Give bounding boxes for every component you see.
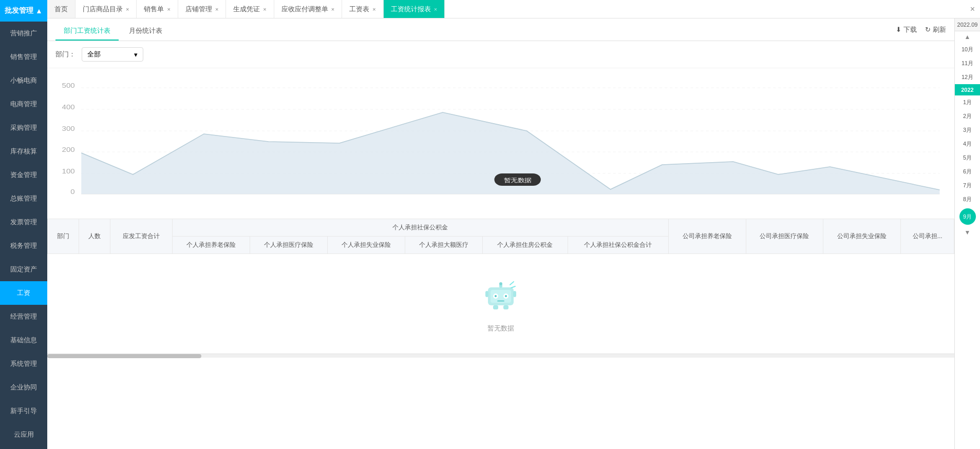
svg-rect-24 (485, 291, 488, 297)
tab-home[interactable]: 首页 (47, 0, 76, 18)
cal-month-12[interactable]: 12月 (955, 70, 980, 84)
tab-close-store-mgmt[interactable]: × (215, 6, 218, 12)
sidebar-item-cooperation[interactable]: 企业协同 (0, 376, 47, 399)
sidebar-item-tax[interactable]: 税务管理 (0, 234, 47, 258)
col-personal-total: 个人承担社保公积金合计 (568, 237, 668, 254)
tab-bar-end: × (970, 5, 980, 14)
no-data-text: 暂无数据 (487, 324, 514, 333)
svg-rect-26 (493, 305, 498, 309)
sidebar-item-marketing[interactable]: 营销推广 (0, 22, 47, 45)
tab-close-payroll-report[interactable]: × (434, 6, 437, 12)
sidebar-arrow: ▲ (35, 7, 43, 15)
svg-text:200: 200 (62, 146, 76, 153)
sub-tab-monthly-stats[interactable]: 月份统计表 (121, 22, 171, 41)
cal-month-3[interactable]: 3月 (955, 123, 980, 137)
cal-month-5[interactable]: 5月 (955, 151, 980, 165)
cal-month-2[interactable]: 2月 (955, 109, 980, 123)
tab-close-store-catalog[interactable]: × (126, 6, 129, 12)
sidebar-item-system[interactable]: 系统管理 (0, 352, 47, 376)
svg-text:100: 100 (62, 168, 76, 174)
svg-text:暂无数据: 暂无数据 (504, 177, 531, 183)
tab-store-mgmt[interactable]: 店铺管理 × (178, 0, 226, 18)
scroll-bar-thumb[interactable] (47, 354, 201, 358)
col-personal-housing: 个人承担住房公积金 (482, 237, 568, 254)
table-container: 部门 人数 应发工资合计 个人承担社保公积金 (47, 219, 954, 449)
tab-payroll-report[interactable]: 工资统计报表 × (384, 0, 445, 18)
col-company-unemploy: 公司承担失业保险 (823, 219, 901, 254)
tab-close-produce-voucher[interactable]: × (263, 6, 266, 12)
cal-month-10[interactable]: 10月 (955, 43, 980, 56)
calendar-header: 2022.09 (955, 18, 980, 31)
tab-receivable[interactable]: 应收应付调整单 × (274, 0, 342, 18)
refresh-action[interactable]: ↻ 刷新 (925, 25, 946, 34)
tab-close-sales-order[interactable]: × (167, 6, 170, 12)
download-action[interactable]: ⬇ 下载 (896, 25, 917, 34)
chevron-down-icon: ▾ (134, 51, 138, 58)
cal-year-2022[interactable]: 2022 (955, 84, 980, 95)
svg-point-20 (505, 295, 507, 297)
salary-chart: 0 100 200 300 400 500 (55, 73, 946, 217)
tab-bar-close-all[interactable]: × (970, 5, 975, 14)
tab-close-receivable[interactable]: × (331, 6, 334, 12)
refresh-icon: ↻ (925, 26, 931, 33)
calendar-months: 10月 11月 12月 2022 1月 2月 3月 4月 5月 6月 7月 8月… (955, 43, 980, 227)
sidebar-item-inventory[interactable]: 库存核算 (0, 140, 47, 163)
sidebar-item-ecommerce-small[interactable]: 小畅电商 (0, 69, 47, 92)
col-personal-large-medical: 个人承担大额医疗 (405, 237, 482, 254)
cal-month-7[interactable]: 7月 (955, 179, 980, 192)
tab-payroll[interactable]: 工资表 × (342, 0, 383, 18)
sidebar-header[interactable]: 批发管理 ▲ (0, 0, 47, 22)
cal-month-1[interactable]: 1月 (955, 95, 980, 109)
sidebar: 批发管理 ▲ 营销推广 销售管理 小畅电商 电商管理 采购管理 库存核算 资金管… (0, 0, 47, 449)
cal-month-9-active[interactable]: 9月 (959, 208, 976, 225)
filter-label: 部门： (55, 50, 76, 59)
tab-store-catalog[interactable]: 门店商品目录 × (76, 0, 137, 18)
cal-month-11[interactable]: 11月 (955, 56, 980, 70)
col-group-personal: 个人承担社保公积金 (173, 219, 668, 237)
svg-text:0: 0 (70, 188, 75, 195)
sidebar-item-invoice[interactable]: 发票管理 (0, 210, 47, 234)
calendar-nav-up[interactable]: ▲ (955, 31, 980, 43)
tab-close-payroll[interactable]: × (372, 6, 375, 12)
dept-filter-select[interactable]: 全部 ▾ (82, 47, 143, 62)
cal-month-6[interactable]: 6月 (955, 165, 980, 179)
sidebar-item-assets[interactable]: 固定资产 (0, 258, 47, 281)
col-personal-medical: 个人承担医疗保险 (250, 237, 328, 254)
sidebar-item-sales[interactable]: 销售管理 (0, 45, 47, 69)
main-area: 首页 门店商品目录 × 销售单 × 店铺管理 × 生成凭证 × 应收应付调整单 … (47, 0, 980, 449)
tab-sales-order[interactable]: 销售单 × (137, 0, 178, 18)
filter-bar: 部门： 全部 ▾ (47, 41, 954, 68)
svg-rect-27 (503, 305, 508, 309)
no-data-container: 暂无数据 (48, 254, 954, 354)
salary-table: 部门 人数 应发工资合计 个人承担社保公积金 (47, 219, 954, 354)
sub-tab-actions: ⬇ 下载 ↻ 刷新 (896, 25, 946, 34)
sidebar-item-ecommerce[interactable]: 电商管理 (0, 92, 47, 116)
sidebar-item-salary[interactable]: 工资 (0, 281, 47, 305)
sidebar-item-base[interactable]: 基础信息 (0, 328, 47, 352)
download-icon: ⬇ (896, 26, 901, 33)
col-total-salary: 应发工资合计 (110, 219, 173, 254)
col-personal-pension: 个人承担养老保险 (173, 237, 250, 254)
col-count: 人数 (79, 219, 110, 254)
svg-text:400: 400 (62, 104, 76, 110)
sidebar-item-cloud[interactable]: 云应用 (0, 423, 47, 446)
sub-tab-dept-stats[interactable]: 部门工资统计表 (55, 22, 119, 41)
tab-produce-voucher[interactable]: 生成凭证 × (226, 0, 274, 18)
col-personal-unemploy: 个人承担失业保险 (328, 237, 405, 254)
sidebar-item-accounting[interactable]: 总账管理 (0, 187, 47, 210)
svg-line-28 (510, 282, 514, 285)
sidebar-item-guide[interactable]: 新手引导 (0, 399, 47, 423)
svg-point-23 (499, 282, 502, 285)
sidebar-item-finance[interactable]: 资金管理 (0, 163, 47, 187)
cal-month-4[interactable]: 4月 (955, 137, 980, 151)
col-company-pension: 公司承担养老保险 (668, 219, 746, 254)
sidebar-settings[interactable]: ⚙ (0, 446, 47, 449)
scroll-bar[interactable] (47, 354, 954, 358)
calendar-nav-down[interactable]: ▼ (955, 227, 980, 238)
col-dept: 部门 (48, 219, 79, 254)
no-data-row: 暂无数据 (48, 254, 954, 354)
sidebar-item-operations[interactable]: 经营管理 (0, 305, 47, 328)
cal-month-8[interactable]: 8月 (955, 192, 980, 206)
sidebar-item-purchase[interactable]: 采购管理 (0, 116, 47, 140)
sub-tab-bar: 部门工资统计表 月份统计表 ⬇ 下载 ↻ 刷新 (47, 18, 954, 41)
